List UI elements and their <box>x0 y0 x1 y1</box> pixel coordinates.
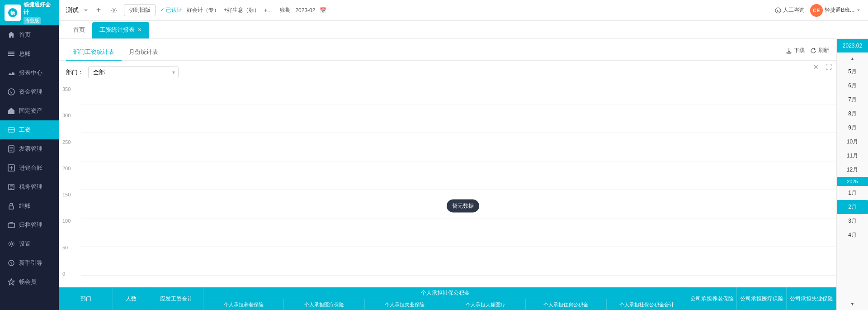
sidebar-label-member: 畅会员 <box>19 278 37 286</box>
col-company-medical: 公司承担医疗保险 <box>737 287 787 310</box>
month-2-active[interactable]: 2月 <box>837 200 868 214</box>
y-label-350: 350 <box>62 86 71 92</box>
y-label-150: 150 <box>62 192 71 197</box>
col-personal-medical: 个人承担医疗保险 <box>284 299 364 310</box>
date-display: 2023.02 <box>843 43 862 49</box>
date-down-nav: ▼ <box>837 298 868 310</box>
sidebar-label-salary: 工资 <box>19 126 31 134</box>
user-name: 轻捷通B班... <box>825 6 854 14</box>
date-panel-header: 2023.02 <box>837 39 868 52</box>
tabbar: 首页 工资统计报表 ✕ <box>59 21 868 39</box>
sidebar-item-guide[interactable]: ? 新手引导 <box>0 253 59 272</box>
svg-point-18 <box>10 243 13 245</box>
sub-tabs-right: 下载 刷新 <box>786 47 829 58</box>
svg-rect-17 <box>8 223 14 228</box>
col-group-label: 个人承担社保公积金 <box>203 287 687 299</box>
date-month-list: 5月 6月 7月 8月 9月 10月 11月 12月 2025 1月 2月 3月… <box>837 65 868 298</box>
sidebar-item-archive[interactable]: 归档管理 <box>0 215 59 234</box>
sidebar-item-ledger[interactable]: 总账 <box>0 44 59 63</box>
month-3[interactable]: 3月 <box>837 214 868 228</box>
sidebar-label-report: 报表中心 <box>19 69 42 77</box>
col-personal-total: 个人承担社保公积金合计 <box>607 299 687 310</box>
month-6[interactable]: 6月 <box>837 79 868 93</box>
sidebar-item-settings[interactable]: 设置 <box>0 234 59 253</box>
month-1[interactable]: 1月 <box>837 186 868 200</box>
refresh-button[interactable]: 刷新 <box>810 47 829 54</box>
guide-icon: ? <box>7 259 15 267</box>
sidebar-item-tax[interactable]: 税务管理 <box>0 177 59 196</box>
account-tag3: +... <box>264 7 272 14</box>
period-label: 账期 <box>280 6 291 14</box>
close-account-icon <box>7 202 15 210</box>
sidebar-label-asset: 固定资产 <box>19 107 42 115</box>
col-company-pension: 公司承担养老保险 <box>687 287 737 310</box>
content-area: 部门工资统计表 月份统计表 下载 刷新 <box>59 39 868 310</box>
tab-home[interactable]: 首页 <box>66 22 92 38</box>
app-logo: 畅 畅捷通好会计 专业版 <box>0 0 59 25</box>
svg-rect-4 <box>8 55 14 56</box>
month-4[interactable]: 4月 <box>837 228 868 242</box>
sub-tabs: 部门工资统计表 月份统计表 下载 刷新 <box>59 39 836 61</box>
sidebar-item-asset[interactable]: 固定资产 <box>0 101 59 120</box>
month-10[interactable]: 10月 <box>837 135 868 149</box>
app-edition: 专业版 <box>24 17 41 24</box>
calendar-icon[interactable]: 📅 <box>320 7 326 14</box>
col-department: 部门 <box>59 287 113 310</box>
month-12[interactable]: 12月 <box>837 163 868 177</box>
topbar-right: AI 人工咨询 CE 轻捷通B班... <box>775 4 861 17</box>
fund-icon: ¥ <box>7 88 15 96</box>
month-5[interactable]: 5月 <box>837 65 868 79</box>
sub-tab-department[interactable]: 部门工资统计表 <box>66 44 122 61</box>
date-down-button[interactable]: ▼ <box>849 300 857 308</box>
sidebar-item-salary[interactable]: 工资 <box>0 120 59 139</box>
ai-consult-button[interactable]: AI 人工咨询 <box>775 6 805 14</box>
svg-rect-2 <box>8 52 14 52</box>
download-button[interactable]: 下载 <box>786 47 805 54</box>
ledger-icon <box>7 50 15 58</box>
department-select[interactable]: 全部 <box>88 66 179 78</box>
user-info[interactable]: CE 轻捷通B班... <box>810 4 861 17</box>
member-icon <box>7 278 15 286</box>
sidebar-item-close[interactable]: 结账 <box>0 196 59 215</box>
sales-icon <box>7 164 15 172</box>
settings-icon <box>7 240 15 248</box>
month-8[interactable]: 8月 <box>837 107 868 121</box>
col-total-salary: 应发工资合计 <box>149 287 203 310</box>
sub-tab-monthly[interactable]: 月份统计表 <box>122 44 165 61</box>
switch-old-version-button[interactable]: 切到旧版 <box>124 4 156 16</box>
month-11[interactable]: 11月 <box>837 149 868 163</box>
year-2025[interactable]: 2025 <box>837 177 868 186</box>
sidebar-nav: 首页 总账 报表中心 ¥ 资金管理 固定资产 <box>0 25 59 310</box>
month-9[interactable]: 9月 <box>837 121 868 135</box>
sidebar-item-home[interactable]: 首页 <box>0 25 59 44</box>
department-filter-label: 部门： <box>66 68 84 76</box>
y-label-200: 200 <box>62 166 71 171</box>
sidebar-item-sales[interactable]: 进销台账 <box>0 158 59 177</box>
svg-rect-7 <box>8 110 14 114</box>
col-company-unemployment: 公司承担失业保险 <box>787 287 836 310</box>
topbar-add-button[interactable]: + <box>93 5 104 16</box>
y-axis: 350 300 250 200 150 100 50 0 <box>62 84 71 274</box>
sidebar-item-invoice[interactable]: 发票管理 <box>0 139 59 158</box>
svg-rect-8 <box>8 128 14 132</box>
sidebar-item-member[interactable]: 畅会员 <box>0 272 59 291</box>
sidebar-label-close: 结账 <box>19 202 31 210</box>
chart-area: 350 300 250 200 150 100 50 0 <box>59 84 836 287</box>
topbar-gear-button[interactable] <box>108 5 119 16</box>
col-personal-unemployment: 个人承担失业保险 <box>365 299 445 310</box>
sidebar-label-home: 首页 <box>19 31 31 39</box>
date-panel: ✕ ⛶ 2023.02 ▲ 5月 6月 7月 8月 9月 10月 11月 12月 <box>836 39 868 310</box>
month-7[interactable]: 7月 <box>837 93 868 107</box>
tab-salary-report[interactable]: 工资统计报表 ✕ <box>92 22 149 38</box>
date-nav-up: ▲ <box>837 52 868 65</box>
sidebar-item-fund[interactable]: ¥ 资金管理 <box>0 82 59 101</box>
svg-point-22 <box>113 10 115 11</box>
svg-marker-21 <box>8 279 14 285</box>
topbar-dropdown[interactable] <box>83 8 89 13</box>
sidebar-label-archive: 归档管理 <box>19 221 42 229</box>
date-up-button[interactable]: ▲ <box>849 54 857 63</box>
col-headcount: 人数 <box>113 287 149 310</box>
period-value: 2023-02 <box>295 7 315 14</box>
sidebar-item-report[interactable]: 报表中心 <box>0 63 59 82</box>
tab-close-button[interactable]: ✕ <box>137 27 142 33</box>
